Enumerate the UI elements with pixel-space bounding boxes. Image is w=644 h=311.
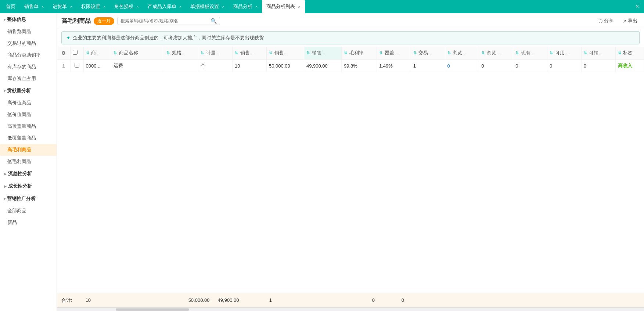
close-icon[interactable]: × (136, 4, 138, 9)
nav-purchase[interactable]: 进货单 × (48, 0, 76, 13)
close-all-button[interactable]: × (632, 3, 643, 10)
th-available[interactable]: ⇅ 可用... (547, 47, 582, 59)
th-sale-amt[interactable]: ⇅ 销售... (266, 47, 304, 59)
close-icon[interactable]: × (70, 4, 72, 9)
footer-values: 10 50,000.00 49,900.00 1 0 0 (83, 297, 429, 303)
close-icon[interactable]: × (179, 4, 181, 9)
sidebar-item-all-goods[interactable]: 全部商品 (0, 205, 57, 217)
nav-sales[interactable]: 销售单 × (20, 0, 48, 13)
arrow-down-icon: ▾ (4, 89, 6, 93)
th-settings[interactable]: ⚙ (57, 47, 70, 59)
nav-template[interactable]: 单据模板设置 × (186, 0, 229, 13)
th-code[interactable]: ⇅ 商... (83, 47, 111, 59)
th-views2[interactable]: ⇅ 浏览... (479, 47, 513, 59)
cell-available: 0 (547, 59, 582, 72)
sort-icon: ⇅ (379, 51, 382, 55)
arrow-down-icon: ▾ (4, 18, 6, 22)
th-coverage[interactable]: ⇅ 覆盖... (377, 47, 411, 59)
sidebar-group-flow[interactable]: ▶ 流趋性分析 (0, 167, 57, 180)
cell-current: 0 (513, 59, 547, 72)
sort-icon: ⇅ (447, 51, 451, 55)
search-box: 🔍 (117, 17, 220, 25)
table-row: 1 0000... 运费 个 10 50,000.00 49,900.00 99… (57, 59, 644, 72)
close-icon[interactable]: × (103, 4, 105, 9)
nav-home[interactable]: 首页 (1, 0, 20, 13)
th-views1[interactable]: ⇅ 浏览... (445, 47, 479, 59)
sidebar-collapse-button[interactable]: « (57, 155, 57, 170)
sidebar-item-high-value[interactable]: 高价值商品 (0, 97, 57, 109)
select-all-checkbox[interactable] (73, 50, 78, 55)
th-unit[interactable]: ⇅ 计量... (198, 47, 233, 59)
page-title: 高毛利商品 (61, 17, 91, 25)
sidebar-item-low-value[interactable]: 低价值商品 (0, 109, 57, 120)
row-select-checkbox[interactable] (75, 63, 79, 68)
settings-icon: ⚙ (61, 50, 66, 56)
sort-icon: ⇅ (481, 51, 485, 55)
sidebar-item-in-stock[interactable]: 有库存的商品 (0, 61, 57, 73)
arrow-right-icon: ▶ (4, 184, 7, 188)
th-gross-rate[interactable]: ⇅ 毛利率 (341, 47, 377, 59)
scroll-thumb[interactable] (116, 308, 189, 311)
close-icon[interactable]: × (298, 4, 300, 9)
footer-sale-profit: 49,900.00 (216, 297, 267, 303)
cell-trade-times: 1 (411, 59, 445, 72)
bottom-scrollbar[interactable] (57, 307, 644, 311)
search-icon[interactable]: 🔍 (211, 18, 217, 24)
sidebar-group-overall[interactable]: ▾ 整体信息 (0, 13, 57, 26)
export-button[interactable]: ↗ 导出 (620, 16, 640, 26)
sidebar-item-category-rate[interactable]: 商品分类助销率 (0, 49, 57, 61)
nav-goods-analysis-list[interactable]: 商品分析列表 × (262, 0, 305, 13)
close-icon[interactable]: × (255, 4, 258, 9)
close-icon[interactable]: × (42, 4, 44, 9)
th-tag[interactable]: ⇅ 标签 (615, 47, 644, 59)
sidebar-group-contribution[interactable]: ▾ 贡献量分析 (0, 84, 57, 97)
th-trade-times[interactable]: ⇅ 交易... (411, 47, 445, 59)
cell-coverage: 1.49% (377, 59, 411, 72)
footer-sale-qty: 10 (83, 297, 186, 303)
sidebar-item-new-goods[interactable]: 新品 (0, 217, 57, 228)
sidebar-item-low-coverage[interactable]: 低覆盖量商品 (0, 132, 57, 144)
info-banner: ✦ 企业的主要的利润都是这部分商品创造的，可考虑加大推广，同时关注库存是不要出现… (61, 31, 640, 44)
nav-roles[interactable]: 角色授权 × (110, 0, 143, 13)
close-icon[interactable]: × (222, 4, 224, 9)
sort-icon: ⇅ (86, 51, 89, 55)
footer-available: 0 (399, 297, 429, 303)
th-sale-profit[interactable]: ⇅ 销售... (304, 47, 341, 59)
table-container: ⚙ ⇅ 商... ⇅ 商品名称 (57, 47, 644, 293)
sidebar-item-low-margin[interactable]: 低毛利商品 (0, 156, 57, 167)
th-sale-qty[interactable]: ⇅ 销售... (233, 47, 267, 59)
filter-recent-month-button[interactable]: 近一月 (94, 17, 114, 25)
th-current[interactable]: ⇅ 现有... (513, 47, 547, 59)
sort-icon: ⇅ (618, 51, 621, 55)
sidebar-item-stock-capital[interactable]: 库存资金占用 (0, 73, 57, 84)
sort-icon: ⇅ (114, 51, 117, 55)
cell-views1[interactable]: 0 (445, 59, 479, 72)
th-spec[interactable]: ⇅ 规格... (164, 47, 198, 59)
table-header-row: ⚙ ⇅ 商... ⇅ 商品名称 (57, 47, 644, 59)
sidebar-item-sale-goods[interactable]: 销售览商品 (0, 26, 57, 37)
share-button[interactable]: ⬡ 分享 (596, 16, 616, 26)
main-layout: ▾ 整体信息 销售览商品 交易过的商品 商品分类助销率 有库存的商品 库存资金占… (0, 13, 644, 311)
share-icon: ⬡ (598, 18, 602, 24)
sort-icon: ⇅ (235, 51, 238, 55)
sidebar: ▾ 整体信息 销售览商品 交易过的商品 商品分类助销率 有库存的商品 库存资金占… (0, 13, 57, 311)
th-saleable[interactable]: ⇅ 可销... (581, 47, 615, 59)
cell-saleable: 0 (581, 59, 615, 72)
search-input[interactable] (120, 18, 211, 23)
sort-icon: ⇅ (413, 51, 417, 55)
nav-product-stock[interactable]: 产成品入库单 × (143, 0, 186, 13)
sort-icon: ⇅ (306, 51, 310, 55)
sidebar-item-high-margin[interactable]: 高毛利商品 (0, 144, 57, 156)
row-checkbox-cell (70, 59, 83, 72)
nav-goods-analysis[interactable]: 商品分析 × (229, 0, 262, 13)
info-icon: ✦ (66, 35, 71, 41)
sidebar-item-high-coverage[interactable]: 高覆盖量商品 (0, 120, 57, 132)
arrow-down-icon: ▾ (4, 197, 6, 201)
nav-permissions[interactable]: 权限设置 × (77, 0, 110, 13)
sidebar-group-marketing[interactable]: ▾ 营销推广分析 (0, 192, 57, 205)
cell-spec (164, 59, 198, 72)
cell-sale-qty: 10 (233, 59, 267, 72)
sidebar-item-traded-goods[interactable]: 交易过的商品 (0, 37, 57, 49)
th-name[interactable]: ⇅ 商品名称 (111, 47, 164, 59)
sidebar-group-growth[interactable]: ▶ 成长性分析 (0, 180, 57, 192)
